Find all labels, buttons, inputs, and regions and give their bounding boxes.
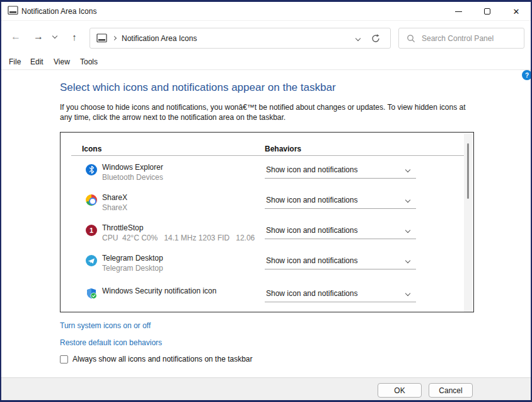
maximize-icon <box>484 8 490 15</box>
notification-area-icons-window: Notification Area Icons ✕ ← → ↑ Notifica… <box>0 0 532 402</box>
table-row: Windows Explorer Bluetooth Devices Show … <box>61 163 475 188</box>
table-row: 1 ThrottleStop CPU 42°C C0% 14.1 MHz 120… <box>61 223 475 249</box>
search-icon <box>407 34 415 43</box>
behavior-dropdown[interactable]: Show icon and notifications <box>265 287 416 302</box>
always-show-checkbox[interactable] <box>60 355 68 364</box>
recent-pages-dropdown[interactable] <box>52 33 57 38</box>
chevron-down-icon <box>405 258 410 263</box>
help-button[interactable]: ? <box>522 70 532 80</box>
forward-icon: → <box>33 31 43 42</box>
item-name: Telegram Desktop <box>102 254 163 263</box>
maximize-button[interactable] <box>473 2 502 21</box>
close-icon: ✕ <box>513 8 520 16</box>
menu-view[interactable]: View <box>54 57 70 66</box>
window-controls: ✕ <box>444 2 531 21</box>
menu-bar: File Edit View Tools <box>1 54 531 70</box>
forward-button[interactable]: → <box>29 27 48 46</box>
item-name: Windows Security notification icon <box>102 287 216 295</box>
item-subtitle: Bluetooth Devices <box>102 173 163 182</box>
column-header-behaviors: Behaviors <box>265 145 301 153</box>
sharex-icon <box>86 194 97 206</box>
throttlestop-icon: 1 <box>86 225 97 236</box>
table-row: Windows Security notification icon Show … <box>61 287 475 312</box>
item-name: ThrottleStop <box>102 223 143 232</box>
title-bar: Notification Area Icons ✕ <box>1 2 531 21</box>
search-box <box>398 28 524 49</box>
telegram-icon <box>86 255 97 266</box>
minimize-button[interactable] <box>444 2 473 21</box>
behavior-dropdown[interactable]: Show icon and notifications <box>265 163 416 179</box>
item-name: Windows Explorer <box>102 163 163 172</box>
always-show-checkbox-row: Always show all icons and notifications … <box>60 355 253 364</box>
address-bar[interactable]: Notification Area Icons <box>90 28 391 49</box>
header-divider <box>71 155 465 156</box>
breadcrumb[interactable]: Notification Area Icons <box>122 34 197 43</box>
cancel-button[interactable]: Cancel <box>429 383 473 398</box>
page-description: If you choose to hide icons and notifica… <box>60 103 473 122</box>
window-app-icon <box>8 6 18 17</box>
breadcrumb-separator-icon <box>112 36 117 40</box>
navigation-bar: ← → ↑ Notification Area Icons <box>1 21 531 54</box>
back-button[interactable]: ← <box>6 27 25 46</box>
behavior-dropdown[interactable]: Show icon and notifications <box>265 254 416 269</box>
menu-file[interactable]: File <box>9 57 21 66</box>
table-row: ShareX ShareX Show icon and notification… <box>61 193 475 218</box>
minimize-icon <box>455 11 462 12</box>
icons-behaviors-list: Icons Behaviors Windows Explorer Bluetoo… <box>60 132 474 312</box>
footer-bar: OK Cancel <box>1 377 531 400</box>
list-scrollbar[interactable] <box>464 133 473 312</box>
chevron-down-icon <box>405 228 410 233</box>
windows-security-icon <box>86 288 97 299</box>
scrollbar-thumb[interactable] <box>467 143 469 199</box>
window-title: Notification Area Icons <box>21 7 96 16</box>
restore-defaults-link[interactable]: Restore default icon behaviors <box>60 338 162 347</box>
menu-tools[interactable]: Tools <box>80 57 98 66</box>
ok-button[interactable]: OK <box>378 383 422 398</box>
turn-system-icons-link[interactable]: Turn system icons on or off <box>60 321 151 330</box>
up-button[interactable]: ↑ <box>65 27 84 46</box>
chevron-down-icon <box>405 167 410 172</box>
bluetooth-icon <box>86 164 97 175</box>
item-subtitle: CPU 42°C C0% 14.1 MHz 1203 FID 12.06 <box>102 234 255 242</box>
help-icon: ? <box>525 72 529 79</box>
address-dropdown-icon[interactable] <box>356 36 361 41</box>
menu-edit[interactable]: Edit <box>30 57 43 66</box>
back-icon: ← <box>11 31 21 42</box>
chevron-down-icon <box>405 198 410 203</box>
up-icon: ↑ <box>72 32 77 42</box>
table-row: Telegram Desktop Telegram Desktop Show i… <box>61 254 475 279</box>
control-panel-icon <box>96 33 107 45</box>
item-subtitle: Telegram Desktop <box>102 264 163 273</box>
close-button[interactable]: ✕ <box>502 2 531 21</box>
search-input[interactable] <box>422 28 521 48</box>
page-title: Select which icons and notifications app… <box>60 81 336 94</box>
item-subtitle: ShareX <box>102 203 127 212</box>
behavior-dropdown[interactable]: Show icon and notifications <box>265 224 416 239</box>
chevron-down-icon <box>405 291 410 296</box>
behavior-dropdown[interactable]: Show icon and notifications <box>265 194 416 209</box>
refresh-icon[interactable] <box>370 33 381 46</box>
item-name: ShareX <box>102 193 127 202</box>
checkbox-label: Always show all icons and notifications … <box>72 355 253 364</box>
column-header-icons: Icons <box>82 145 101 153</box>
